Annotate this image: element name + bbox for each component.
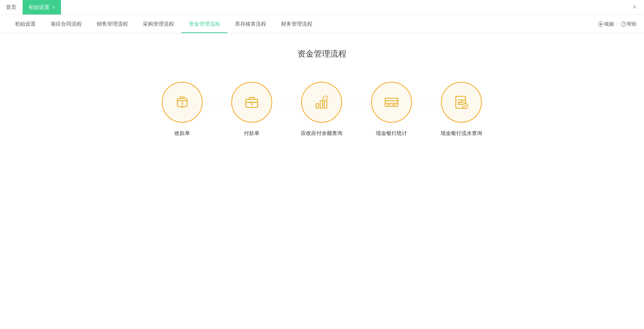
- svg-text:?: ?: [623, 22, 625, 26]
- pay-label: 付款单: [244, 130, 260, 137]
- top-bar: 首页 初始设置 × ×: [0, 0, 644, 15]
- svg-rect-9: [320, 101, 323, 108]
- cashbank-icon: [382, 93, 401, 112]
- flow-circle-balance: ¥: [301, 82, 342, 123]
- flow-container: ¥ 收款单 · · · · · ¥ 付款单: [99, 82, 545, 137]
- window-close-button[interactable]: ×: [625, 0, 644, 14]
- main-content: 资金管理流程 ¥ 收款单 · · · · ·: [0, 33, 644, 152]
- flow-arrow-2: · · · · ·: [272, 101, 301, 106]
- video-link[interactable]: 视频: [598, 21, 614, 28]
- pay-icon: ¥: [242, 93, 261, 112]
- svg-marker-1: [600, 23, 602, 25]
- nav-item-purchase[interactable]: 采购管理流程: [135, 15, 181, 33]
- home-tab[interactable]: 首页: [0, 0, 23, 14]
- svg-text:¥: ¥: [464, 104, 466, 108]
- nav-item-capital[interactable]: 资金管理流程: [181, 15, 228, 33]
- flow-circle-receive: ¥: [162, 82, 203, 123]
- flow-arrow-1: · · · · ·: [203, 101, 231, 106]
- flow-item-pay[interactable]: ¥ 付款单: [231, 82, 272, 137]
- nav-divider: |: [617, 21, 618, 27]
- flow-item-receive[interactable]: ¥ 收款单: [162, 82, 203, 137]
- nav-right: 视频 | ? 帮助: [598, 21, 637, 28]
- nav-item-sales[interactable]: 销售管理流程: [89, 15, 135, 33]
- flow-circle-cashflow: ¥: [441, 82, 482, 123]
- nav-item-inventory[interactable]: 库存核算流程: [228, 15, 274, 33]
- svg-text:¥: ¥: [181, 101, 184, 106]
- help-icon: ?: [621, 22, 626, 27]
- svg-text:¥: ¥: [324, 97, 326, 101]
- flow-item-balance[interactable]: ¥ 应收应付余额查询: [301, 82, 342, 137]
- receive-label: 收款单: [174, 130, 190, 137]
- nav-item-finance[interactable]: 财务管理流程: [274, 15, 320, 33]
- flow-circle-pay: ¥: [231, 82, 272, 123]
- video-icon: [598, 22, 603, 27]
- flow-item-cashbank[interactable]: 现金银行统计: [371, 82, 412, 137]
- cashflow-label: 现金银行流水查询: [441, 130, 482, 137]
- active-tab-label: 初始设置: [29, 4, 49, 11]
- help-link[interactable]: ? 帮助: [621, 21, 637, 28]
- cashflow-icon: ¥: [452, 93, 471, 112]
- active-tab[interactable]: 初始设置 ×: [23, 0, 61, 14]
- nav-bar: 初始设置 项目合同流程 销售管理流程 采购管理流程 资金管理流程 库存核算流程 …: [0, 15, 644, 33]
- nav-item-project[interactable]: 项目合同流程: [43, 15, 89, 33]
- page-title: 资金管理流程: [297, 48, 347, 59]
- svg-text:¥: ¥: [250, 102, 253, 107]
- flow-circle-cashbank: [371, 82, 412, 123]
- flow-arrow-3: · · · · ·: [342, 101, 371, 106]
- balance-icon: ¥: [312, 93, 331, 112]
- nav-item-initial[interactable]: 初始设置: [7, 15, 43, 33]
- cashbank-label: 现金银行统计: [376, 130, 407, 137]
- svg-rect-8: [316, 104, 319, 108]
- flow-arrow-4: · · · · ·: [412, 101, 441, 106]
- receive-icon: ¥: [173, 93, 192, 112]
- close-tab-button[interactable]: ×: [52, 5, 55, 10]
- svg-rect-13: [385, 98, 398, 106]
- flow-item-cashflow[interactable]: ¥ 现金银行流水查询: [441, 82, 482, 137]
- balance-label: 应收应付余额查询: [301, 130, 342, 137]
